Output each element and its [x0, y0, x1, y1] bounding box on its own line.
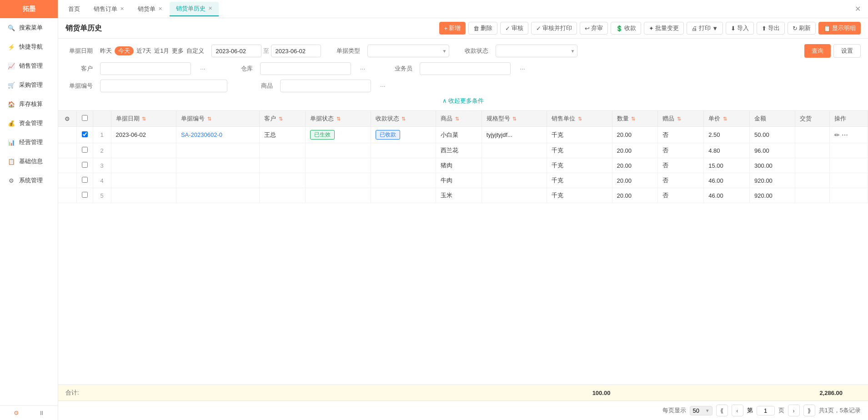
last-page-button[interactable]: ⟫: [803, 405, 815, 416]
collect-status-select[interactable]: [496, 45, 577, 57]
more-icon[interactable]: ⋯: [842, 131, 848, 139]
add-button[interactable]: + 新增: [439, 22, 466, 35]
next-page-button[interactable]: ›: [788, 405, 800, 416]
collapse-button[interactable]: ∧ 收起更多条件: [65, 97, 861, 105]
row-checkbox[interactable]: [82, 147, 88, 153]
sidebar-item-inventory-calc[interactable]: 🏠 库存核算: [0, 95, 58, 114]
date-from-input[interactable]: [211, 45, 261, 57]
row-checkbox[interactable]: [82, 192, 88, 198]
export-icon: ⬆: [762, 25, 767, 32]
goods-dots-button[interactable]: ···: [378, 82, 387, 90]
doc-status-badge: 已生效: [310, 130, 335, 140]
table-header-row: ⚙ 单据日期 ⇅ 单据编号 ⇅ 客户 ⇅ 单据状态 ⇅ 收款状态 ⇅ 商品 ⇅ …: [58, 111, 868, 127]
col-doc-status[interactable]: 单据状态 ⇅: [306, 111, 371, 127]
refresh-button[interactable]: ↻ 刷新: [788, 22, 816, 35]
page-size-select[interactable]: 50 100: [690, 406, 712, 415]
col-sales-unit[interactable]: 销售单位 ⇅: [547, 111, 612, 127]
shortcut-7days[interactable]: 近7天: [136, 47, 151, 55]
collect-status-label: 收款状态: [457, 47, 488, 55]
col-doc-date[interactable]: 单据日期 ⇅: [111, 111, 176, 127]
sales-unit-cell: 千克: [547, 158, 612, 173]
row-checkbox[interactable]: [82, 162, 88, 168]
date-to-input[interactable]: [271, 45, 321, 57]
unit-price-cell: 46.00: [704, 173, 750, 188]
date-label: 单据日期: [65, 47, 93, 55]
batch-change-button[interactable]: ✦ 批量变更: [644, 22, 684, 35]
print-button[interactable]: 🖨 打印 ▼: [687, 22, 723, 35]
doc-no-input[interactable]: [100, 80, 227, 92]
row-checkbox[interactable]: [82, 177, 88, 183]
sidebar-item-sales-mgmt[interactable]: 📈 销售管理: [0, 56, 58, 75]
page-label-prefix: 第: [747, 406, 753, 415]
row-checkbox[interactable]: [82, 131, 88, 137]
export-button[interactable]: ⬆ 导出: [757, 22, 785, 35]
col-gift[interactable]: 赠品 ⇅: [658, 111, 704, 127]
prev-page-button[interactable]: ‹: [732, 405, 743, 416]
shortcut-yesterday[interactable]: 昨天: [100, 47, 112, 55]
footer-total-quantity: 100.00: [592, 390, 611, 396]
tab-sales-delivery-close[interactable]: ✕: [158, 6, 162, 12]
doc-type-select[interactable]: [367, 45, 449, 57]
shortcut-custom[interactable]: 自定义: [186, 47, 204, 55]
settings-icon[interactable]: ⚙: [14, 410, 19, 416]
sidebar-item-basic-info[interactable]: 📋 基础信息: [0, 152, 58, 171]
shortcut-more[interactable]: 更多: [172, 47, 184, 55]
col-doc-no[interactable]: 单据编号 ⇅: [176, 111, 259, 127]
collect-status-select-wrapper: [496, 45, 577, 57]
tab-sales-delivery[interactable]: 销货单 ✕: [131, 2, 169, 16]
date-shortcuts: 昨天 今天 近7天 近1月 更多 自定义: [100, 46, 204, 55]
collect-button[interactable]: 💲 收款: [611, 22, 641, 35]
edit-icon[interactable]: ✏: [834, 131, 840, 139]
col-spec-type[interactable]: 规格型号 ⇅: [482, 111, 547, 127]
collapse-icon[interactable]: ⏸: [39, 410, 45, 416]
col-collect-status[interactable]: 收款状态 ⇅: [371, 111, 436, 127]
page-size-select-wrapper: 50 100: [690, 406, 712, 415]
col-goods[interactable]: 商品 ⇅: [436, 111, 482, 127]
first-page-button[interactable]: ⟪: [716, 405, 728, 416]
audit-print-button[interactable]: ✓ 审核并打印: [531, 22, 577, 35]
tab-sales-history[interactable]: 销货单历史 ✕: [170, 2, 219, 16]
goods-input[interactable]: [280, 80, 371, 92]
col-quantity[interactable]: 数量 ⇅: [612, 111, 658, 127]
col-unit-price[interactable]: 单价 ⇅: [704, 111, 750, 127]
col-settings-cell: [58, 188, 76, 203]
chart-icon: 📈: [7, 62, 15, 70]
warehouse-dots-button[interactable]: ···: [358, 65, 367, 72]
tab-sales-history-close[interactable]: ✕: [208, 5, 212, 11]
tab-home[interactable]: 首页: [62, 2, 86, 16]
sidebar-item-search-menu[interactable]: 🔍 搜索菜单: [0, 18, 58, 37]
discard-button[interactable]: ↩ 弃审: [580, 22, 608, 35]
close-all-button[interactable]: ✕: [851, 3, 864, 15]
settings-button[interactable]: 设置: [833, 44, 861, 58]
quantity-cell: 20.00: [612, 158, 658, 173]
salesperson-input[interactable]: [420, 62, 511, 75]
query-button[interactable]: 查询: [804, 44, 831, 58]
shortcut-1month[interactable]: 近1月: [154, 47, 169, 55]
salesperson-dots-button[interactable]: ···: [518, 65, 527, 72]
sidebar-item-ops-mgmt[interactable]: 📊 经营管理: [0, 133, 58, 152]
tab-sales-order[interactable]: 销售订单 ✕: [87, 2, 130, 16]
sidebar-item-purchase-mgmt[interactable]: 🛒 采购管理: [0, 75, 58, 95]
sidebar-item-sys-mgmt[interactable]: ⚙ 系统管理: [0, 171, 58, 190]
shortcut-today[interactable]: 今天: [115, 46, 134, 55]
current-page-input[interactable]: [757, 406, 775, 415]
select-all-checkbox[interactable]: [82, 115, 88, 121]
discard-label: 弃审: [591, 24, 603, 32]
row-num-cell: 5: [93, 188, 111, 203]
customer-dots-button[interactable]: ···: [198, 65, 207, 72]
spec-type-cell: [482, 173, 547, 188]
col-settings[interactable]: ⚙: [58, 111, 76, 127]
import-icon: ⬇: [731, 25, 736, 32]
audit-button[interactable]: ✓ 审核: [500, 22, 528, 35]
col-checkbox-cell: [76, 188, 93, 203]
col-customer[interactable]: 客户 ⇅: [260, 111, 306, 127]
tab-sales-order-close[interactable]: ✕: [120, 6, 124, 12]
doc-no-link[interactable]: SA-20230602-0: [181, 131, 222, 138]
customer-input[interactable]: [100, 62, 191, 75]
sidebar-item-finance-mgmt[interactable]: 💰 资金管理: [0, 114, 58, 133]
warehouse-input[interactable]: [260, 62, 351, 75]
delete-button[interactable]: 🗑 删除: [468, 22, 497, 35]
sidebar-item-quick-nav[interactable]: ⚡ 快捷导航: [0, 37, 58, 56]
show-detail-button[interactable]: 📋 显示明细: [818, 22, 861, 35]
import-button[interactable]: ⬇ 导入: [726, 22, 754, 35]
